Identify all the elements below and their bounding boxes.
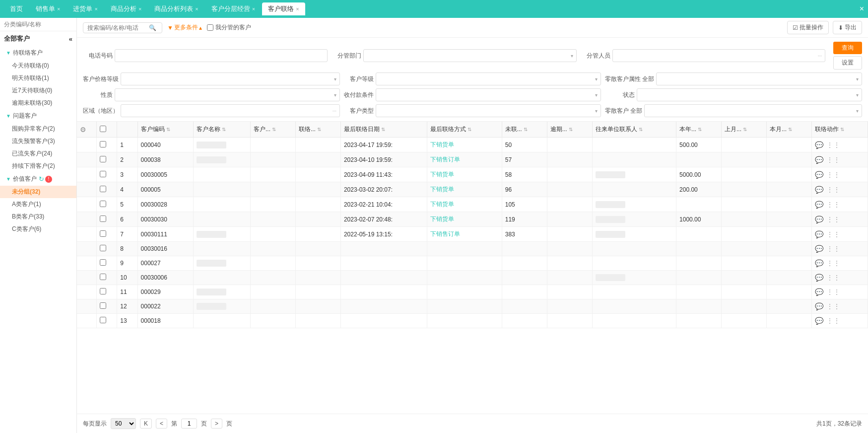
grid-icon[interactable]: ⋮⋮ (826, 288, 840, 296)
contact-method-link[interactable]: 下销货单 (430, 141, 454, 148)
sidebar-group-problem[interactable]: ▼问题客户 (0, 109, 76, 123)
row-checkbox[interactable] (100, 302, 106, 309)
row-checkbox[interactable] (100, 186, 106, 192)
row-checkbox[interactable] (100, 288, 106, 294)
chat-icon[interactable]: 💬 (815, 216, 823, 223)
sidebar-item[interactable]: 未分组(32) (0, 186, 76, 198)
sidebar-group-pending[interactable]: ▼待联络客户 (0, 46, 76, 60)
main-search-input[interactable] (87, 24, 147, 31)
col-header-last_contact_date[interactable]: 最后联络日期⇅ (340, 122, 427, 138)
chat-icon[interactable]: 💬 (815, 259, 823, 267)
sidebar-group-value[interactable]: ▼价值客户↻! (0, 172, 76, 186)
field-input-1-2[interactable]: ▾ (656, 72, 862, 85)
col-header-actions[interactable]: 联络动作⇅ (812, 122, 868, 138)
grid-icon[interactable]: ⋮⋮ (826, 156, 840, 164)
grid-icon[interactable]: ⋮⋮ (826, 317, 840, 325)
grid-icon[interactable]: ⋮⋮ (826, 302, 840, 310)
contact-method-link[interactable]: 下销货单 (430, 201, 454, 208)
sidebar-item[interactable]: A类客户(1) (0, 198, 76, 211)
sort-icon[interactable]: ⇅ (222, 127, 226, 132)
row-checkbox[interactable] (100, 245, 106, 251)
batch-operations-btn[interactable]: ☑ 批量操作 (787, 21, 829, 34)
nav-tab-sales[interactable]: 销售单 × (30, 2, 66, 15)
query-button[interactable]: 查询 (833, 42, 862, 54)
sort-icon[interactable]: ⇅ (166, 127, 170, 132)
field-input-1-1[interactable]: ▾ (376, 72, 601, 85)
tab-close-purchase[interactable]: × (94, 6, 97, 12)
col-header-customer_type[interactable]: 客户...⇅ (250, 122, 295, 138)
row-checkbox[interactable] (100, 230, 106, 237)
prev-page-btn[interactable]: < (156, 419, 167, 429)
col-header-this_month[interactable]: 本月...⇅ (767, 122, 812, 138)
tab-close-product-analysis-list[interactable]: × (195, 6, 198, 12)
row-checkbox[interactable] (100, 171, 106, 177)
sidebar-search-input[interactable] (4, 21, 77, 28)
field-input-2-0[interactable]: ▾ (115, 88, 340, 101)
nav-tab-product-analysis[interactable]: 商品分析 × (105, 2, 147, 15)
col-header-partner_contact[interactable]: 往来单位联系人⇅ (592, 122, 676, 138)
window-close-button[interactable]: × (860, 4, 864, 13)
more-conditions-btn[interactable]: ▼ 更多条件 ▴ (167, 23, 202, 32)
row-checkbox[interactable] (100, 259, 106, 266)
row-checkbox[interactable] (100, 156, 106, 162)
my-customers-checkbox[interactable] (207, 24, 213, 31)
chat-icon[interactable]: 💬 (815, 230, 823, 238)
field-input-3-0[interactable]: ··· (121, 104, 340, 117)
sidebar-item[interactable]: 近7天待联络(0) (0, 84, 76, 97)
row-checkbox[interactable] (100, 317, 106, 323)
sidebar-item[interactable]: 今天待联络(0) (0, 60, 76, 72)
chat-icon[interactable]: 💬 (815, 245, 823, 253)
col-header-checkbox[interactable] (97, 122, 117, 138)
sidebar-item[interactable]: 囤购异常客户(2) (0, 123, 76, 135)
field-input-1-0[interactable]: ▾ (121, 72, 340, 85)
tab-close-customer-contact[interactable]: × (296, 6, 299, 12)
col-header-gear[interactable]: ⚙ (77, 122, 97, 138)
sort-icon[interactable]: ⇅ (467, 127, 471, 132)
contact-method-link[interactable]: 下销货单 (430, 171, 454, 178)
sort-icon[interactable]: ⇅ (639, 127, 643, 132)
sort-icon[interactable]: ⇅ (698, 127, 702, 132)
grid-icon[interactable]: ⋮⋮ (826, 141, 840, 149)
row-checkbox[interactable] (100, 201, 106, 207)
per-page-select[interactable]: 50 20 100 (111, 418, 136, 429)
sidebar-item[interactable]: C类客户(6) (0, 223, 76, 235)
nav-tab-customer-contact[interactable]: 客户联络 × (262, 2, 305, 15)
all-customers-header[interactable]: 全部客户 « (0, 31, 76, 46)
sort-icon[interactable]: ⇅ (788, 127, 792, 132)
contact-method-link[interactable]: 下销货单 (430, 186, 454, 193)
col-header-code[interactable]: 客户编码⇅ (137, 122, 194, 138)
grid-icon[interactable]: ⋮⋮ (826, 201, 840, 209)
nav-tab-customer-segment[interactable]: 客户分层经营 × (205, 2, 261, 15)
field-input-3-1[interactable]: ▾ (376, 104, 601, 117)
gear-icon[interactable]: ⚙ (80, 126, 86, 134)
chat-icon[interactable]: 💬 (815, 274, 823, 282)
row-checkbox[interactable] (100, 274, 106, 280)
col-header-last_month[interactable]: 上月...⇅ (722, 122, 767, 138)
field-input-2-2[interactable]: ▾ (637, 88, 862, 101)
field-input-0-2[interactable]: ··· (612, 49, 825, 62)
grid-icon[interactable]: ⋮⋮ (826, 259, 840, 267)
field-input-0-1[interactable]: ▾ (363, 49, 576, 62)
sort-icon[interactable]: ⇅ (272, 127, 276, 132)
nav-tab-purchase[interactable]: 进货单 × (67, 2, 103, 15)
sidebar-item[interactable]: 已流失客户(24) (0, 147, 76, 160)
chat-icon[interactable]: 💬 (815, 317, 823, 325)
nav-tab-product-analysis-list[interactable]: 商品分析列表 × (148, 2, 204, 15)
col-header-no_contact_days[interactable]: 未联...⇅ (502, 122, 547, 138)
field-text-0-0[interactable] (118, 52, 324, 59)
sort-icon[interactable]: ⇅ (743, 127, 747, 132)
next-page-btn[interactable]: > (211, 419, 222, 429)
sort-icon[interactable]: ⇅ (381, 127, 385, 132)
sidebar-item[interactable]: 持续下滑客户(2) (0, 160, 76, 172)
col-header-last_contact_method[interactable]: 最后联络方式⇅ (427, 122, 502, 138)
chat-icon[interactable]: 💬 (815, 171, 823, 179)
row-checkbox[interactable] (100, 141, 106, 147)
field-input-2-1[interactable]: ▾ (376, 88, 601, 101)
chat-icon[interactable]: 💬 (815, 288, 823, 296)
contact-method-link[interactable]: 下销售订单 (430, 156, 460, 163)
grid-icon[interactable]: ⋮⋮ (826, 171, 840, 179)
sidebar-item[interactable]: B类客户(33) (0, 211, 76, 223)
tab-close-product-analysis[interactable]: × (138, 6, 141, 12)
col-header-name[interactable]: 客户名称⇅ (194, 122, 250, 138)
grid-icon[interactable]: ⋮⋮ (826, 274, 840, 282)
